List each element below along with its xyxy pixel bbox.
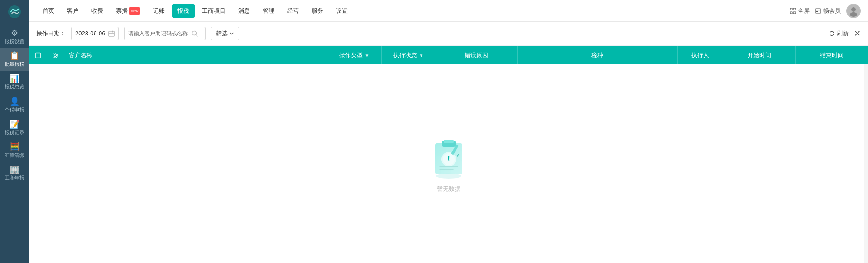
nav-item-guanli[interactable]: 管理 — [256, 0, 281, 22]
date-value: 2023-06-06 — [75, 30, 106, 37]
settings-icon — [52, 52, 58, 58]
piao-badge: new — [129, 7, 140, 15]
fullscreen-button[interactable]: 全屏 — [790, 7, 810, 15]
svg-rect-11 — [109, 31, 114, 36]
empty-text: 暂无数据 — [437, 185, 460, 193]
svg-rect-2 — [793, 8, 796, 10]
baoshui-zonlan-icon: 📊 — [10, 74, 19, 83]
search-box[interactable] — [124, 27, 206, 40]
app-logo[interactable] — [6, 4, 23, 20]
toolbar: 操作日期： 2023-06-06 筛选 — [29, 22, 868, 45]
nav-item-xiaoxi[interactable]: 消息 — [232, 0, 256, 22]
date-label: 操作日期： — [36, 29, 66, 38]
sidebar-item-label-piliang-baoshui: 批量报税 — [5, 61, 24, 67]
filter-label: 筛选 — [216, 29, 228, 38]
geshui-shenbao-icon: 👤 — [10, 97, 19, 106]
nav-item-jizhi[interactable]: 记账 — [147, 0, 171, 22]
avatar-icon — [847, 5, 860, 17]
nav-item-gongshang-xiangmu[interactable]: 工商项目 — [196, 0, 232, 22]
baoshui-shezhi-icon: ⚙ — [11, 29, 18, 37]
fullscreen-icon — [790, 8, 796, 14]
sidebar-item-baoshui-jilu[interactable]: 📝 报税记录 — [0, 117, 29, 139]
sidebar-item-label-huisuan-jiaona: 汇算清缴 — [5, 152, 24, 158]
checkbox-all-icon — [35, 52, 41, 58]
search-icon — [192, 30, 198, 37]
page-content: 操作日期： 2023-06-06 筛选 — [29, 22, 868, 263]
nav-item-home[interactable]: 首页 — [36, 0, 61, 22]
top-nav: 首页 客户 收费 票据 new 记账 报税 工商项目 消息 — [29, 0, 868, 22]
sidebar-item-baoshui-zonlan[interactable]: 📊 报税总览 — [0, 71, 29, 93]
nav-item-piao[interactable]: 票据 new — [110, 0, 147, 22]
close-button[interactable]: ✕ — [854, 29, 861, 38]
date-picker[interactable]: 2023-06-06 — [71, 27, 119, 40]
gongshang-nianbao-icon: 🏢 — [10, 166, 19, 174]
th-gear[interactable] — [47, 46, 63, 64]
sort-icon-status: ▼ — [419, 53, 423, 58]
th-error-reason: 错误原因 — [436, 46, 518, 64]
main-wrapper: 首页 客户 收费 票据 new 记账 报税 工商项目 消息 — [29, 0, 868, 263]
top-nav-right: 全屏 畅会员 — [790, 4, 861, 18]
table-body: ! 暂无数据 — [29, 64, 868, 263]
sidebar-item-huisuan-jiaona[interactable]: 🧮 汇算清缴 — [0, 139, 29, 162]
sidebar-item-label-geshui-shenbao: 个税申报 — [5, 107, 24, 113]
search-input[interactable] — [128, 30, 192, 37]
baoshui-jilu-icon: 📝 — [10, 120, 19, 128]
sidebar-item-gongshang-nianbao[interactable]: 🏢 工商年报 — [0, 162, 29, 185]
nav-item-jingying[interactable]: 经营 — [281, 0, 305, 22]
svg-rect-17 — [35, 53, 40, 58]
th-start-time: 开始时间 — [723, 46, 796, 64]
sidebar-item-label-gongshang-nianbao: 工商年报 — [5, 175, 24, 181]
svg-point-18 — [54, 54, 56, 57]
sidebar-item-baoshui-shezhi[interactable]: ⚙ 报税设置 — [0, 25, 29, 48]
nav-item-shoufei[interactable]: 收费 — [85, 0, 110, 22]
th-end-time: 结束时间 — [796, 46, 868, 64]
empty-state: ! 暂无数据 — [428, 134, 469, 193]
sidebar-item-label-baoshui-zonlan: 报税总览 — [5, 84, 24, 90]
svg-point-10 — [850, 12, 857, 17]
piliang-baoshui-icon: 📋 — [10, 52, 19, 60]
svg-rect-1 — [790, 8, 792, 10]
nav-item-shezhi[interactable]: 设置 — [330, 0, 354, 22]
nav-items: 首页 客户 收费 票据 new 记账 报税 工商项目 消息 — [36, 0, 790, 22]
huisuan-jiaona-icon: 🧮 — [10, 143, 19, 151]
svg-rect-5 — [815, 9, 821, 13]
th-op-type[interactable]: 操作类型 ▼ — [327, 46, 382, 64]
th-exec-status[interactable]: 执行状态 ▼ — [382, 46, 436, 64]
svg-point-9 — [851, 7, 856, 12]
svg-line-16 — [196, 34, 197, 36]
member-icon — [815, 8, 821, 14]
svg-text:!: ! — [447, 154, 450, 163]
th-customer-name: 客户名称 — [63, 46, 327, 64]
scroll-track[interactable] — [864, 64, 868, 263]
user-avatar[interactable] — [846, 4, 861, 18]
sidebar-item-geshui-shenbao[interactable]: 👤 个税申报 — [0, 94, 29, 117]
table-container: 客户名称 操作类型 ▼ 执行状态 ▼ 错误原因 税种 执行人 — [29, 46, 868, 263]
nav-item-customer[interactable]: 客户 — [61, 0, 85, 22]
table-header: 客户名称 操作类型 ▼ 执行状态 ▼ 错误原因 税种 执行人 — [29, 46, 868, 64]
sidebar: ⚙ 报税设置 📋 批量报税 📊 报税总览 👤 个税申报 📝 报税记录 🧮 汇算清… — [0, 0, 29, 263]
refresh-label: 刷新 — [837, 29, 849, 38]
svg-rect-4 — [793, 12, 796, 14]
svg-point-19 — [53, 53, 58, 58]
sort-icon-optype: ▼ — [364, 53, 369, 58]
svg-rect-23 — [444, 140, 454, 143]
calendar-icon — [108, 30, 115, 37]
filter-button[interactable]: 筛选 — [211, 27, 239, 40]
sidebar-item-label-baoshui-jilu: 报税记录 — [5, 130, 24, 136]
th-tax-type: 税种 — [518, 46, 678, 64]
nav-item-fuwu[interactable]: 服务 — [305, 0, 330, 22]
empty-illustration: ! — [428, 134, 469, 180]
member-button[interactable]: 畅会员 — [815, 7, 841, 15]
nav-item-baoshui[interactable]: 报税 — [172, 4, 195, 18]
chevron-down-icon — [230, 31, 234, 36]
svg-rect-3 — [790, 12, 792, 14]
refresh-icon — [829, 30, 835, 37]
th-executor: 执行人 — [678, 46, 723, 64]
sidebar-item-label-baoshui-shezhi: 报税设置 — [5, 39, 24, 44]
th-checkbox[interactable] — [29, 46, 47, 64]
refresh-button[interactable]: 刷新 — [829, 29, 849, 38]
sidebar-item-piliang-baoshui[interactable]: 📋 批量报税 — [0, 48, 29, 71]
